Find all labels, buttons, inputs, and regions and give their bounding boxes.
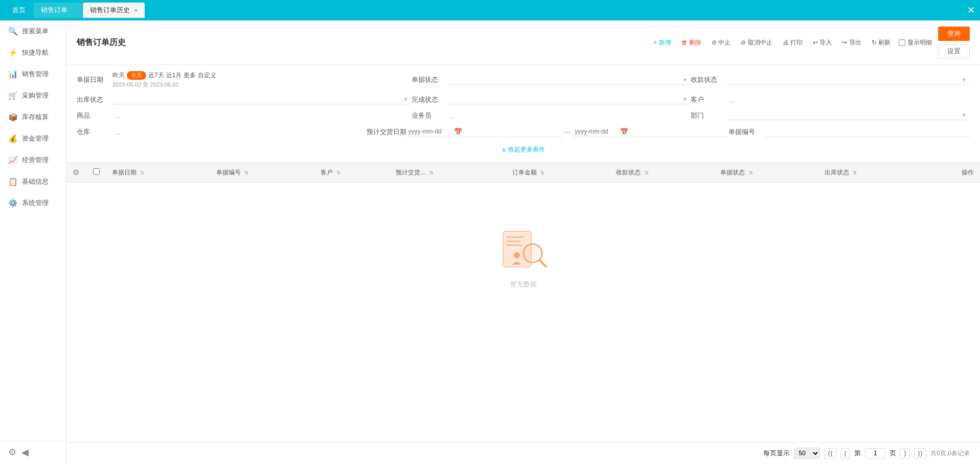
import-button[interactable]: ↩ 导入: [811, 37, 834, 48]
settings-button[interactable]: 设置: [938, 44, 970, 58]
delivery-date-from-calendar-icon[interactable]: 📅: [452, 128, 464, 136]
sales-icon: 📊: [8, 70, 18, 79]
table-col-amount[interactable]: 订单金额 ⇅: [506, 163, 610, 183]
date-7days-btn[interactable]: 近7天: [148, 71, 164, 80]
collapse-arrow-icon: ∧: [502, 146, 506, 153]
filter-group-warehouse-status: 出库状态 ▼: [77, 95, 412, 104]
page-number-input[interactable]: [865, 448, 885, 458]
filter-group-date: 单据日期 昨天 今天 近7天 近1月 更多 自定义 2023-06-02: [77, 71, 412, 89]
salesperson-label: 业务员: [412, 111, 447, 120]
table-col-warehouse-status[interactable]: 出库状态 ⇅: [818, 163, 923, 183]
table-col-number[interactable]: 单据编号 ⇅: [210, 163, 314, 183]
query-button[interactable]: 查询: [938, 27, 970, 41]
table-col-date[interactable]: 单据日期 ⇅: [106, 163, 210, 183]
quick-nav-icon: ⚡: [8, 48, 18, 57]
page-size-select[interactable]: 20 50 100: [794, 448, 820, 459]
table-col-delivery[interactable]: 预计交货... ⇅: [390, 163, 506, 183]
page-unit-label: 页: [890, 449, 896, 458]
sidebar-item-quick-nav[interactable]: ⚡ 快捷导航: [0, 42, 66, 63]
sidebar: 🔍 搜索菜单 ⚡ 快捷导航 📊 销售管理 🛒 采购管理 📦 库存核算 💰 资金管…: [0, 20, 66, 464]
date-more-btn[interactable]: 更多: [184, 71, 196, 80]
collapse-row[interactable]: ∧ 收起更多条件: [77, 143, 970, 156]
payment-status-label: 收款状态: [691, 75, 726, 84]
date-today-btn[interactable]: 今天: [127, 71, 146, 80]
customer-label: 客户: [691, 95, 726, 104]
date-yesterday-btn[interactable]: 昨天: [112, 71, 125, 80]
first-page-button[interactable]: ⟨⟨: [824, 448, 836, 459]
sidebar-item-purchase[interactable]: 🛒 采购管理: [0, 85, 66, 106]
table-col-warehouse-status-label: 出库状态: [825, 169, 849, 176]
delivery-date-from-wrap: 📅: [406, 126, 562, 137]
payment-status-select[interactable]: ▼: [726, 75, 970, 85]
table-col-settings[interactable]: ⚙: [66, 163, 87, 183]
prev-page-button[interactable]: ⟨: [840, 448, 850, 459]
payment-status-chevron: ▼: [961, 77, 967, 83]
top-bar: 首页 销售订单 × 销售订单历史 × ✕: [0, 0, 980, 20]
sidebar-item-basic-info[interactable]: 📋 基础信息: [0, 171, 66, 192]
date-custom-btn[interactable]: 自定义: [198, 71, 216, 80]
show-detail-checkbox-label[interactable]: 显示明细: [899, 38, 932, 47]
stop-button[interactable]: ⊘ 中止: [710, 37, 733, 48]
delete-button[interactable]: 🗑 删除: [679, 37, 703, 48]
sidebar-item-purchase-label: 采购管理: [22, 91, 49, 100]
total-records-text: 共0页,0条记录: [930, 449, 970, 458]
order-status-select[interactable]: ▼: [447, 75, 691, 85]
warehouse-status-select[interactable]: ▼: [112, 95, 412, 104]
warehouse-dots[interactable]: ...: [115, 128, 121, 136]
table-col-delivery-label: 预计交货...: [396, 169, 425, 176]
goods-dots[interactable]: ...: [115, 112, 121, 120]
sidebar-item-search[interactable]: 🔍 搜索菜单: [0, 20, 66, 42]
table-col-payment-status-label: 收款状态: [616, 169, 641, 176]
refresh-button[interactable]: ↻ 刷新: [870, 37, 893, 48]
cancel-stop-button[interactable]: ⊘ 取消中止: [739, 37, 774, 48]
table-col-customer[interactable]: 客户 ⇅: [314, 163, 390, 183]
svg-line-6: [539, 260, 546, 267]
table-col-operation-label: 操作: [962, 169, 974, 176]
window-close-button[interactable]: ✕: [967, 5, 975, 16]
table-settings-icon[interactable]: ⚙: [73, 168, 79, 176]
warehouse-label: 仓库: [77, 127, 112, 137]
export-button[interactable]: ↪ 导出: [840, 37, 863, 48]
sidebar-settings-icon[interactable]: ⚙: [8, 447, 16, 458]
inventory-icon: 📦: [8, 113, 18, 122]
tab-sales-order-close[interactable]: ×: [72, 7, 75, 13]
tab-sales-order-history[interactable]: 销售订单历史 ×: [83, 3, 144, 18]
order-number-input[interactable]: [764, 126, 970, 137]
sidebar-item-sales[interactable]: 📊 销售管理: [0, 63, 66, 85]
customer-dots[interactable]: ...: [728, 96, 735, 104]
next-page-button[interactable]: ⟩: [900, 448, 910, 459]
order-status-label: 单据状态: [412, 75, 447, 84]
salesperson-dots[interactable]: ...: [449, 112, 455, 120]
new-button[interactable]: + 新增: [651, 37, 673, 48]
sidebar-item-inventory-label: 库存核算: [22, 113, 49, 122]
sidebar-item-system[interactable]: ⚙️ 系统管理: [0, 192, 66, 214]
payment-sort-icon: ⇅: [645, 170, 649, 175]
delivery-date-to-calendar-icon[interactable]: 📅: [619, 128, 630, 136]
date-1month-btn[interactable]: 近1月: [166, 71, 182, 80]
department-select[interactable]: ▼: [726, 111, 970, 120]
tab-sales-order-history-close[interactable]: ×: [134, 7, 137, 13]
filter-group-customer: 客户 ...: [691, 95, 970, 104]
delivery-date-from-input[interactable]: [406, 126, 452, 137]
goods-label: 商品: [77, 111, 112, 120]
print-button[interactable]: 🖨 打印: [781, 37, 805, 48]
sidebar-collapse-icon[interactable]: ◀: [21, 447, 29, 458]
finance-icon: 💰: [8, 134, 18, 143]
page-title: 销售订单历史: [77, 37, 126, 54]
sidebar-item-finance[interactable]: 💰 资金管理: [0, 128, 66, 149]
show-detail-checkbox[interactable]: [899, 39, 905, 46]
table-col-amount-label: 订单金额: [512, 169, 537, 176]
sidebar-item-operations[interactable]: 📈 经营管理: [0, 149, 66, 171]
table-col-order-status[interactable]: 单据状态 ⇅: [714, 163, 818, 183]
pagination: 每页显示 20 50 100 ⟨⟨ ⟨ 第 页 ⟩ ⟩⟩ 共0页,0条记录: [66, 442, 980, 464]
toolbar: + 新增 🗑 删除 ⊘ 中止 ⊘ 取消中止 🖨 打印 ↩ 导入 ↪ 导出 ↻ 刷…: [651, 27, 970, 64]
delivery-date-to-input[interactable]: [573, 126, 619, 137]
table-col-payment-status[interactable]: 收款状态 ⇅: [610, 163, 714, 183]
select-all-checkbox[interactable]: [93, 168, 100, 175]
complete-status-select[interactable]: ▼: [447, 95, 691, 104]
tab-home[interactable]: 首页: [5, 3, 33, 18]
tab-sales-order[interactable]: 销售订单 ×: [34, 3, 82, 18]
last-page-button[interactable]: ⟩⟩: [914, 448, 926, 459]
sidebar-item-inventory[interactable]: 📦 库存核算: [0, 106, 66, 128]
table-col-order-status-label: 单据状态: [720, 169, 745, 176]
